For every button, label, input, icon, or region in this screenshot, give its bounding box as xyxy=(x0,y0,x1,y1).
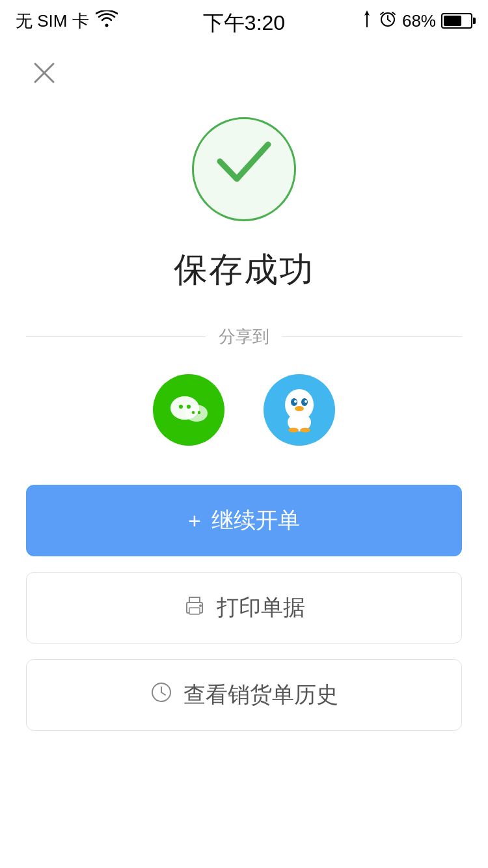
divider-line-right xyxy=(282,336,462,337)
print-label: 打印单据 xyxy=(217,593,305,623)
divider-line-left xyxy=(26,336,206,337)
svg-point-12 xyxy=(294,400,297,403)
svg-point-14 xyxy=(295,406,304,411)
share-icons-row xyxy=(153,374,335,446)
success-icon-circle xyxy=(192,117,296,221)
svg-rect-19 xyxy=(189,608,200,614)
carrier-text: 无 SIM 卡 xyxy=(16,10,89,33)
share-label: 分享到 xyxy=(219,325,269,348)
svg-point-7 xyxy=(192,411,195,414)
share-divider: 分享到 xyxy=(26,325,462,348)
history-button[interactable]: 查看销货单历史 xyxy=(26,659,462,731)
status-left: 无 SIM 卡 xyxy=(16,10,118,33)
battery-icon xyxy=(441,13,472,29)
print-icon xyxy=(183,593,206,622)
svg-point-16 xyxy=(288,428,299,433)
location-icon xyxy=(360,10,373,32)
close-btn-row xyxy=(26,42,462,98)
status-right: 68% xyxy=(360,10,472,33)
continue-icon: + xyxy=(188,508,201,534)
svg-point-6 xyxy=(187,405,191,409)
main-content: 保存成功 分享到 xyxy=(0,42,488,731)
svg-point-17 xyxy=(300,428,310,433)
status-bar: 无 SIM 卡 下午3:20 68% xyxy=(0,0,488,42)
wechat-share-button[interactable] xyxy=(153,374,224,446)
alarm-icon xyxy=(379,10,397,33)
history-label: 查看销货单历史 xyxy=(183,680,338,710)
battery-percent: 68% xyxy=(402,11,436,31)
close-button[interactable] xyxy=(26,55,62,91)
print-button[interactable]: 打印单据 xyxy=(26,572,462,644)
svg-point-5 xyxy=(179,405,183,409)
svg-point-20 xyxy=(199,604,202,607)
qq-share-button[interactable] xyxy=(264,374,335,446)
wifi-icon xyxy=(96,10,118,32)
svg-point-8 xyxy=(198,411,200,414)
time-display: 下午3:20 xyxy=(203,9,285,38)
action-buttons: + 继续开单 打印单据 查看销货单历史 xyxy=(26,485,462,731)
success-title: 保存成功 xyxy=(174,247,314,293)
continue-label: 继续开单 xyxy=(211,506,300,536)
continue-button[interactable]: + 继续开单 xyxy=(26,485,462,556)
svg-point-13 xyxy=(305,400,307,403)
history-icon xyxy=(150,681,173,709)
checkmark-icon xyxy=(215,137,273,197)
